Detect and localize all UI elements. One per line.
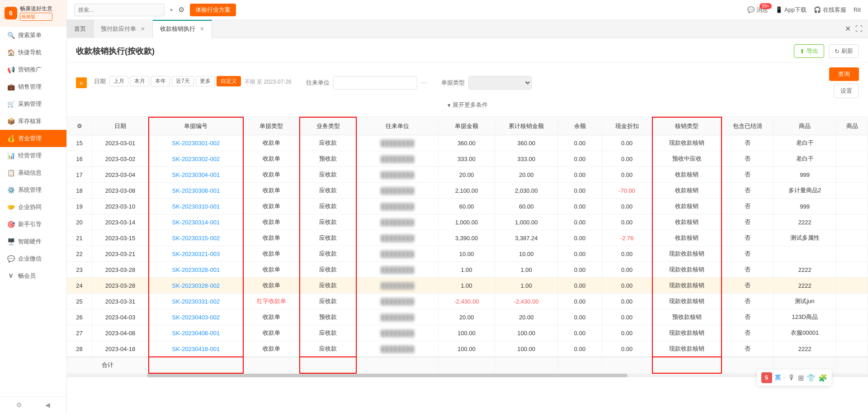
doc-link[interactable]: SK-20230403-002: [172, 314, 220, 321]
sidebar-item-guide[interactable]: 🎯 新手引导: [0, 216, 66, 233]
sidebar-item-marketing[interactable]: 📢 营销推广: [0, 61, 66, 78]
cell-amount: 10.00: [438, 246, 495, 262]
sidebar-item-system[interactable]: ⚙️ 系统管理: [0, 181, 66, 199]
cell-amount: 1.00: [438, 278, 495, 294]
date-filter-buttons: 上月 本月 本年 近7天 更多 自定义: [109, 76, 241, 86]
expand-filter-button[interactable]: ▾ 展开更多条件: [448, 101, 488, 109]
doctype-filter-select[interactable]: 收款单 红字收款单: [468, 76, 532, 90]
sidebar-item-member[interactable]: V 畅会员: [0, 267, 66, 285]
doc-link[interactable]: SK-20230302-002: [172, 156, 220, 162]
sidebar-item-sales[interactable]: 💼 销售管理: [0, 78, 66, 95]
cell-balance: 0.00: [558, 341, 602, 357]
cell-verified: 60.00: [495, 199, 558, 214]
online-service-button[interactable]: 🎧 在线客服: [814, 6, 846, 14]
cell-included: 否: [722, 309, 774, 325]
tab-prepayment-close-icon[interactable]: ✕: [141, 26, 145, 32]
english-icon[interactable]: 英: [775, 374, 781, 382]
cell-doctype: 收款单: [243, 278, 300, 294]
cell-verified: 10.00: [495, 246, 558, 262]
doc-link[interactable]: SK-20230301-002: [172, 140, 220, 147]
sidebar-item-enterprise[interactable]: 🤝 企业协同: [0, 199, 66, 216]
date-7-days-btn[interactable]: 近7天: [172, 76, 194, 86]
col-biztype: 业务类型: [300, 117, 356, 135]
settings-icon[interactable]: ⚙: [16, 401, 22, 408]
watermark-action-icons[interactable]: 英 · 🎙 ⊞ 👕 🧩: [775, 374, 827, 382]
table-scrollbar[interactable]: [67, 374, 868, 377]
filter-toggle-icon[interactable]: »: [76, 77, 87, 88]
sidebar-item-wechat[interactable]: 💬 企业微信: [0, 250, 66, 267]
sidebar-item-inventory[interactable]: 📦 库存核算: [0, 113, 66, 130]
sidebar-item-label: 经营管理: [18, 152, 42, 160]
sidebar-item-hardware[interactable]: 🖥️ 智能硬件: [0, 233, 66, 250]
sidebar-item-finance[interactable]: 💰 资金管理: [0, 130, 66, 147]
finance-icon: 💰: [7, 135, 14, 142]
sidebar-item-search[interactable]: 🔍 搜索菜单: [0, 27, 66, 44]
filter-settings-button[interactable]: 设置: [834, 84, 859, 98]
cell-included: 否: [722, 167, 774, 183]
sidebar-item-operations[interactable]: 📊 经营管理: [0, 147, 66, 164]
doc-link[interactable]: SK-20230314-001: [172, 219, 220, 226]
doc-link[interactable]: SK-20230321-003: [172, 251, 220, 257]
grid-icon[interactable]: ⊞: [798, 374, 804, 382]
partner-filter-dots[interactable]: ···: [421, 79, 427, 87]
tab-home[interactable]: 首页: [67, 20, 94, 38]
date-custom-btn[interactable]: 自定义: [217, 76, 241, 86]
doc-link[interactable]: SK-20230315-002: [172, 235, 220, 242]
cell-included: 否: [722, 230, 774, 246]
app-download-button[interactable]: 📱 App下载: [775, 6, 807, 14]
doc-link[interactable]: SK-20230308-001: [172, 187, 220, 194]
cell-date: 2023-03-28: [92, 278, 149, 294]
maximize-icon[interactable]: ⛶: [855, 25, 863, 33]
cell-verified: 1.00: [495, 278, 558, 294]
sidebar-item-basic[interactable]: 📋 基础信息: [0, 164, 66, 181]
date-filter-label: 日期: [94, 77, 106, 85]
sidebar-item-nav[interactable]: 🏠 快捷导航: [0, 44, 66, 61]
message-icon: 💬: [747, 6, 755, 13]
tab-verification[interactable]: 收款核销执行 ✕: [153, 20, 212, 38]
mic-icon[interactable]: 🎙: [788, 374, 795, 382]
cell-product2: [836, 294, 868, 309]
user-name[interactable]: Rit: [854, 6, 861, 13]
cell-verified: 100.00: [495, 341, 558, 357]
cell-balance: 0.00: [558, 309, 602, 325]
export-button[interactable]: ⬆ 导出: [794, 44, 824, 58]
collapse-icon[interactable]: ◀: [45, 401, 50, 408]
puzzle-icon[interactable]: 🧩: [818, 374, 827, 382]
date-this-year-btn[interactable]: 本年: [151, 76, 170, 86]
doc-link[interactable]: SK-20230331-002: [172, 298, 220, 305]
doc-link[interactable]: SK-20230418-001: [172, 346, 220, 352]
tab-prepayment[interactable]: 预付款应付单 ✕: [94, 20, 153, 38]
cell-biztype: 应收款: [300, 214, 356, 230]
close-tab-icon[interactable]: ✕: [845, 24, 851, 33]
messages-button[interactable]: 💬 消息 99+: [747, 6, 768, 14]
cell-amount: 333.00: [438, 151, 495, 167]
doc-link[interactable]: SK-20230304-001: [172, 171, 220, 178]
date-this-month-btn[interactable]: 本月: [130, 76, 149, 86]
doc-link[interactable]: SK-20230328-002: [172, 282, 220, 289]
table-scrollbar-thumb[interactable]: [147, 374, 627, 377]
export-icon: ⬆: [800, 48, 805, 55]
shirt-icon[interactable]: 👕: [807, 374, 816, 382]
table-row: 19 2023-03-10 SK-20230310-001 收款单 应收款 ██…: [67, 199, 868, 214]
partner-filter-input[interactable]: [333, 76, 417, 90]
query-button[interactable]: 查询: [829, 67, 859, 81]
date-more-btn[interactable]: 更多: [196, 76, 215, 86]
doc-link[interactable]: SK-20230310-001: [172, 203, 220, 210]
cell-product2: [836, 183, 868, 199]
table-container: ⚙ 日期 单据编号 单据类型 业务类型 往来单位 单据金额 累计核销金额 余额 …: [67, 117, 868, 413]
topbar-search-input[interactable]: [74, 4, 165, 16]
topbar-gear-icon[interactable]: ⚙: [178, 5, 184, 14]
date-range-display: 不限 至 2023-07-26: [245, 78, 292, 86]
sidebar-item-purchase[interactable]: 🛒 采购管理: [0, 95, 66, 113]
cell-amount: 3,390.00: [438, 230, 495, 246]
doc-link[interactable]: SK-20230328-001: [172, 266, 220, 273]
col-gear[interactable]: ⚙: [67, 117, 92, 135]
tab-verification-close-icon[interactable]: ✕: [200, 26, 204, 32]
cell-partner: ████████: [356, 151, 438, 167]
dropdown-arrow-icon[interactable]: ▾: [170, 7, 173, 13]
solution-button[interactable]: 体验行业方案: [190, 4, 236, 16]
refresh-button[interactable]: ↻ 刷新: [829, 44, 859, 58]
cell-balance: 0.00: [558, 214, 602, 230]
doc-link[interactable]: SK-20230408-001: [172, 330, 220, 337]
date-last-month-btn[interactable]: 上月: [109, 76, 128, 86]
